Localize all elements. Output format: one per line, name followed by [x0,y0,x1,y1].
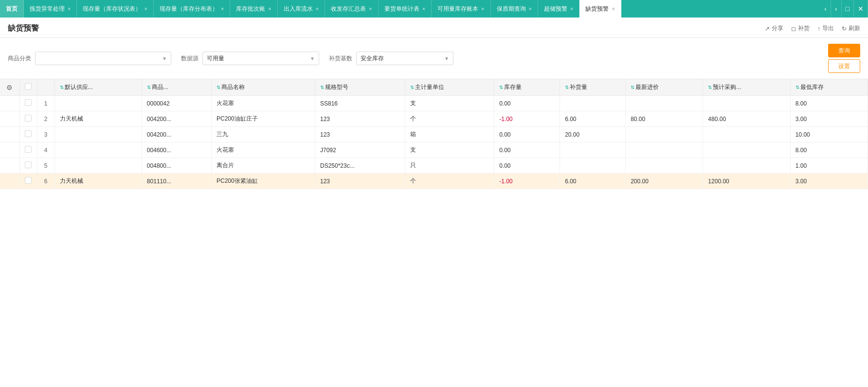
th-spec[interactable]: ⇅规格型号 [315,79,405,96]
tab-item-10[interactable]: 超储预警 × [538,0,579,18]
settings-button[interactable]: 设置 [828,59,860,73]
page-header: 缺货预警 ↗ 分享 ◻ 补货 ↑ 导出 ↻ 刷新 [0,18,868,38]
stock-sort-icon: ⇅ [499,85,503,90]
row-name: 火花塞 [212,142,315,158]
row-code: 004600... [142,142,211,158]
page-title: 缺货预警 [8,23,39,34]
row-checkbox[interactable] [25,130,32,137]
row-checkbox-cell [19,127,37,142]
row-min_stock: 1.00 [790,158,868,174]
tab-close-1[interactable]: × [68,6,71,12]
row-supplier: 力天机械 [54,111,142,127]
replenish-button[interactable]: ◻ 补货 [791,24,810,33]
query-button[interactable]: 查询 [828,44,860,57]
header-checkbox[interactable] [25,83,32,90]
replenish-icon: ◻ [791,25,796,32]
row-checkbox[interactable] [25,115,32,122]
replenish-select[interactable]: 安全库存 ▼ [356,52,453,65]
estimated-sort-icon: ⇅ [708,85,712,90]
tab-close-10[interactable]: × [570,6,573,12]
tab-restore-button[interactable]: □ [842,0,854,18]
category-select[interactable]: ▼ [35,52,171,65]
row-replenish [560,158,626,174]
tab-item-4[interactable]: 库存批次账 × [230,0,277,18]
tab-label-7: 要货单统计表 [384,5,419,13]
row-number: 1 [37,96,54,111]
tab-item-5[interactable]: 出入库流水 × [278,0,325,18]
row-checkbox-cell [19,142,37,158]
filter-bar: 商品分类 ▼ 数据源 可用量 ▼ 补货基数 安全库存 ▼ 查询 设置 [0,38,868,79]
tab-close-3[interactable]: × [221,6,224,12]
th-supplier[interactable]: ⇅默认供应... [54,79,142,96]
tab-item-3[interactable]: 现存量（库存分布表） × [154,0,230,18]
row-replenish [560,142,626,158]
tab-label-4: 库存批次账 [236,5,265,13]
row-settings-cell [0,127,19,142]
th-estimated[interactable]: ⇅预计采购... [703,79,790,96]
th-settings[interactable]: ⚙ [0,79,19,96]
row-number: 2 [37,111,54,127]
row-settings-cell [0,158,19,174]
row-latest_price: 80.00 [626,111,703,127]
tab-close-5[interactable]: × [316,6,319,12]
row-latest_price [626,127,703,142]
code-sort-icon: ⇅ [147,85,151,90]
tab-next-button[interactable]: › [831,0,842,18]
tab-item-6[interactable]: 收发存汇总表 × [325,0,378,18]
row-replenish: 6.00 [560,174,626,189]
settings-gear-icon[interactable]: ⚙ [6,84,13,91]
row-unit: 个 [405,111,494,127]
tab-item-7[interactable]: 要货单统计表 × [379,0,432,18]
th-unit[interactable]: ⇅主计量单位 [405,79,494,96]
th-stock[interactable]: ⇅库存量 [494,79,560,96]
th-checkbox[interactable] [19,79,37,96]
share-button[interactable]: ↗ 分享 [765,24,783,33]
table-container: ⚙ ⇅默认供应... ⇅商品... ⇅商品名称 ⇅规格型号 ⇅主计量单位 ⇅库存… [0,79,868,189]
tab-item-9[interactable]: 保质期查询 × [491,0,538,18]
row-checkbox[interactable] [25,177,32,184]
category-label: 商品分类 [8,54,31,63]
row-min_stock: 8.00 [790,96,868,111]
th-code[interactable]: ⇅商品... [142,79,211,96]
tab-bar: 首页拣货异常处理 ×现存量（库存状况表） ×现存量（库存分布表） ×库存批次账 … [0,0,868,18]
row-estimated [703,158,790,174]
tab-item-11[interactable]: 缺货预警 × [579,0,621,18]
table-row: 6力天机械801110...PC200张紧油缸123个-1.006.00200.… [0,174,868,189]
replenish-value: 安全库存 [361,54,384,63]
tab-item-0[interactable]: 首页 [0,0,24,18]
tab-close-2[interactable]: × [144,6,147,12]
tab-close-4[interactable]: × [268,6,271,12]
th-replenish[interactable]: ⇅补货量 [560,79,626,96]
tab-prev-button[interactable]: ‹ [820,0,831,18]
tab-item-8[interactable]: 可用量库存账本 × [432,0,490,18]
row-checkbox[interactable] [25,161,32,168]
row-latest_price: 200.00 [626,174,703,189]
data-table: ⚙ ⇅默认供应... ⇅商品... ⇅商品名称 ⇅规格型号 ⇅主计量单位 ⇅库存… [0,79,868,189]
row-checkbox[interactable] [25,146,32,153]
tab-close-11[interactable]: × [612,6,615,12]
refresh-button[interactable]: ↻ 刷新 [842,24,860,33]
row-checkbox-cell [19,158,37,174]
header-actions: ↗ 分享 ◻ 补货 ↑ 导出 ↻ 刷新 [765,24,860,33]
datasource-value: 可用量 [207,54,224,63]
th-name[interactable]: ⇅商品名称 [212,79,315,96]
tab-close-6[interactable]: × [369,6,372,12]
tab-close-7[interactable]: × [422,6,425,12]
th-num [37,79,54,96]
tab-item-2[interactable]: 现存量（库存状况表） × [77,0,153,18]
row-name: 三九 [212,127,315,142]
row-unit: 支 [405,96,494,111]
tab-close-9[interactable]: × [529,6,532,12]
tab-label-8: 可用量库存账本 [437,5,478,13]
th-latest-price[interactable]: ⇅最新进价 [626,79,703,96]
category-arrow-icon: ▼ [162,56,167,61]
th-min-stock[interactable]: ⇅最低库存 [790,79,868,96]
datasource-select[interactable]: 可用量 ▼ [202,52,319,65]
tab-item-1[interactable]: 拣货异常处理 × [24,0,77,18]
row-latest_price [626,158,703,174]
row-checkbox[interactable] [25,99,32,106]
datasource-arrow-icon: ▼ [310,56,315,61]
tab-close-all-button[interactable]: ✕ [854,0,868,18]
export-button[interactable]: ↑ 导出 [817,24,834,33]
tab-close-8[interactable]: × [481,6,484,12]
